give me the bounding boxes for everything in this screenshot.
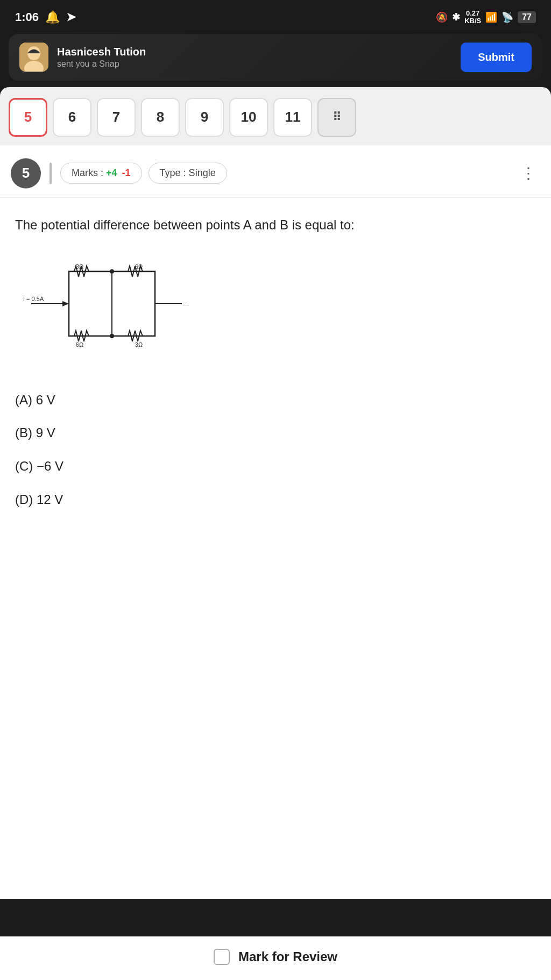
- question-tabs: 5 6 7 8 9 10 11 ⠿: [0, 87, 551, 145]
- time-display: 1:06: [15, 10, 39, 24]
- silent-icon: 🔕: [436, 11, 448, 23]
- wifi-icon: 📶: [485, 11, 497, 23]
- more-options-icon[interactable]: ⋮: [517, 162, 540, 184]
- signal-icon: 📡: [501, 11, 513, 23]
- status-left: 1:06 🔔 ➤: [15, 10, 76, 24]
- status-bar: 1:06 🔔 ➤ 🔕 ✱ 0.27 KB/S 📶 📡 77: [0, 0, 551, 31]
- svg-text:—: —: [183, 301, 189, 307]
- notif-text: Hasnicesh Tution sent you a Snap: [57, 46, 146, 69]
- question-body: The potential difference between points …: [0, 198, 551, 383]
- tab-q10[interactable]: 10: [229, 98, 268, 137]
- option-b[interactable]: (B) 9 V: [15, 416, 536, 450]
- kb-speed: 0.27 KB/S: [464, 10, 481, 25]
- option-d[interactable]: (D) 12 V: [15, 483, 536, 516]
- option-c[interactable]: (C) −6 V: [15, 450, 536, 483]
- svg-text:3Ω: 3Ω: [135, 341, 143, 348]
- submit-button[interactable]: Submit: [461, 43, 532, 72]
- svg-point-9: [110, 269, 114, 274]
- svg-marker-12: [62, 301, 69, 306]
- notif-name: Hasnicesh Tution: [57, 46, 146, 58]
- tab-q5[interactable]: 5: [9, 98, 47, 137]
- tab-q7[interactable]: 7: [97, 98, 136, 137]
- type-badge: Type : Single: [149, 163, 227, 184]
- status-right: 🔕 ✱ 0.27 KB/S 📶 📡 77: [436, 10, 536, 25]
- tab-q8[interactable]: 8: [141, 98, 180, 137]
- options-list: (A) 6 V (B) 9 V (C) −6 V (D) 12 V: [0, 383, 551, 531]
- svg-text:I = 0.5A: I = 0.5A: [23, 296, 44, 302]
- circuit-svg: 3Ω 6Ω 6Ω 3Ω I = 0.5A: [15, 250, 198, 358]
- tab-q11[interactable]: 11: [273, 98, 312, 137]
- tab-q6[interactable]: 6: [53, 98, 91, 137]
- location-icon: ➤: [66, 10, 76, 24]
- question-badges: Marks : +4 -1 Type : Single: [60, 163, 508, 184]
- notif-left: Hasnicesh Tution sent you a Snap: [19, 43, 146, 72]
- bluetooth-icon: ✱: [452, 11, 460, 23]
- svg-text:6Ω: 6Ω: [76, 341, 83, 348]
- avatar: [19, 43, 48, 72]
- question-header: 5 Marks : +4 -1 Type : Single ⋮: [0, 145, 551, 198]
- battery-icon: 77: [518, 11, 536, 23]
- notif-sub: sent you a Snap: [57, 59, 146, 69]
- review-label: Mark for Review: [238, 949, 337, 964]
- option-a[interactable]: (A) 6 V: [15, 383, 536, 417]
- svg-point-10: [110, 334, 114, 338]
- bell-icon: 🔔: [45, 10, 60, 24]
- tab-q9[interactable]: 9: [185, 98, 224, 137]
- circuit-diagram: 3Ω 6Ω 6Ω 3Ω I = 0.5A: [15, 250, 536, 358]
- question-text: The potential difference between points …: [15, 215, 536, 235]
- tab-grid-icon[interactable]: ⠿: [317, 98, 356, 137]
- question-number-circle: 5: [11, 158, 41, 188]
- review-checkbox[interactable]: [214, 949, 230, 965]
- marks-badge: Marks : +4 -1: [60, 163, 142, 184]
- question-header-divider: [50, 163, 52, 184]
- notification-banner[interactable]: Hasnicesh Tution sent you a Snap Submit: [9, 34, 542, 81]
- mark-for-review-bar: Mark for Review: [0, 936, 551, 980]
- main-content: 5 Marks : +4 -1 Type : Single ⋮ The pote…: [0, 145, 551, 899]
- grid-dots-icon: ⠿: [333, 110, 341, 124]
